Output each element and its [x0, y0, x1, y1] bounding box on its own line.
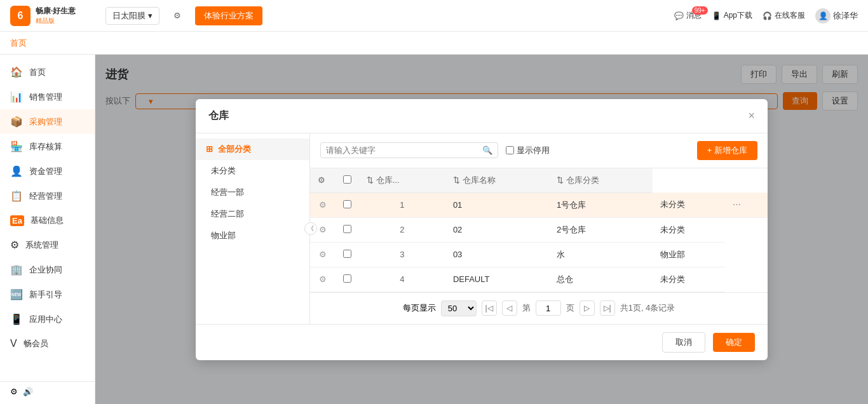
sidebar-item-app[interactable]: 📱 应用中心: [0, 307, 95, 332]
page-total-info: 共1页, 4条记录: [620, 302, 675, 314]
all-category-label: 全部分类: [218, 144, 251, 155]
main-layout: 🏠 首页 📊 销售管理 📦 采购管理 🏪 库存核算 👤 资金管理 📋 经营管理 …: [0, 55, 868, 404]
table-row[interactable]: ⚙ 1 01 1号仓库 未分类 ···: [310, 192, 768, 217]
row-category: 未分类: [653, 267, 724, 292]
collapse-button[interactable]: 《: [304, 222, 317, 235]
last-page-btn[interactable]: ▷|: [600, 300, 615, 316]
grid-icon: ⊞: [206, 144, 213, 154]
next-page-btn[interactable]: ▷: [580, 300, 595, 316]
sidebar-item-system[interactable]: ⚙ 系统管理: [0, 232, 95, 257]
row-num: 4: [359, 267, 445, 292]
dialog-close-button[interactable]: ×: [748, 109, 755, 123]
sort-icon-name: ⇅: [453, 175, 460, 185]
inventory-icon: 🏪: [10, 140, 23, 152]
pagination: 每页显示 50 100 |◁ ◁ 第 页 ▷ ▷|: [310, 292, 768, 324]
service-label: 在线客服: [775, 10, 805, 21]
per-page-label: 每页显示: [403, 302, 436, 314]
service-item[interactable]: 🎧 在线客服: [763, 10, 805, 21]
col-gear: ⚙: [310, 168, 336, 193]
vip-icon: V: [10, 338, 17, 349]
warehouse-table-wrapper: ⚙ ⇅ 仓库...: [310, 168, 768, 292]
finance-icon: 👤: [10, 165, 23, 177]
row-category: 未分类: [653, 217, 724, 242]
sidebar-item-operations[interactable]: 📋 经营管理: [0, 184, 95, 208]
home-icon: 🏠: [10, 66, 23, 78]
all-category-header[interactable]: ⊞ 全部分类: [196, 138, 309, 160]
page-label: 第: [522, 302, 531, 314]
sort-icon: ⇅: [367, 175, 374, 185]
col-name: ⇅ 仓库名称: [445, 168, 549, 193]
warehouse-list-panel: 🔍 显示停用 + 新增仓库: [310, 133, 768, 324]
warehouse-dialog: 仓库 × ⊞ 全部分类 《 未分类: [196, 99, 768, 360]
settings-icon-btn[interactable]: ⚙: [167, 6, 187, 26]
row-num: 3: [359, 242, 445, 267]
dialog-overlay: 仓库 × ⊞ 全部分类 《 未分类: [95, 55, 868, 404]
first-page-btn[interactable]: |◁: [482, 300, 497, 316]
category-item-property[interactable]: 物业部: [196, 225, 309, 246]
category-item-dept1[interactable]: 经营一部: [196, 182, 309, 203]
row-checkbox-cell: [336, 242, 359, 267]
sidebar-item-home[interactable]: 🏠 首页: [0, 60, 95, 84]
message-icon: 💬: [674, 11, 684, 20]
volume-icon[interactable]: 🔊: [23, 387, 33, 396]
sidebar-item-finance[interactable]: 👤 资金管理: [0, 159, 95, 184]
sidebar: 🏠 首页 📊 销售管理 📦 采购管理 🏪 库存核算 👤 资金管理 📋 经营管理 …: [0, 55, 95, 404]
user-item[interactable]: 👤 徐泽华: [815, 8, 858, 24]
phone-icon: 📱: [712, 11, 721, 20]
message-item[interactable]: 💬 消息 99+: [674, 10, 702, 21]
row-code: 03: [445, 242, 549, 267]
col-checkbox: [336, 168, 359, 193]
table-row[interactable]: ⚙ 2 02 2号仓库 未分类: [310, 217, 768, 242]
row-gear: ⚙: [310, 192, 336, 217]
row-code: 02: [445, 217, 549, 242]
show-disabled-label[interactable]: 显示停用: [506, 145, 550, 156]
select-all-checkbox[interactable]: [343, 175, 351, 184]
prev-page-btn[interactable]: ◁: [502, 300, 517, 316]
logo-icon: 6: [10, 6, 31, 26]
dialog-header: 仓库 ×: [196, 99, 768, 133]
row-name: 总仓: [549, 267, 653, 292]
sidebar-item-inventory[interactable]: 🏪 库存核算: [0, 134, 95, 159]
cancel-button[interactable]: 取消: [662, 332, 705, 353]
search-input[interactable]: [326, 145, 482, 155]
settings-icon[interactable]: ⚙: [10, 387, 18, 396]
system-icon: ⚙: [10, 239, 19, 251]
confirm-button[interactable]: 确定: [713, 333, 755, 352]
store-selector[interactable]: 日太阳膜 ▾: [105, 7, 159, 25]
show-disabled-checkbox[interactable]: [506, 146, 514, 154]
message-badge: 99+: [692, 6, 708, 15]
purchase-icon: 📦: [10, 116, 23, 128]
add-warehouse-button[interactable]: + 新增仓库: [697, 141, 757, 160]
category-item-uncategorized[interactable]: 未分类: [196, 160, 309, 182]
search-icon: 🔍: [482, 145, 492, 155]
chevron-down-icon: ▾: [148, 11, 153, 20]
sidebar-item-basic-info[interactable]: Ea 基础信息: [0, 208, 95, 232]
row-checkbox[interactable]: [343, 274, 351, 283]
per-page-select[interactable]: 50 100: [441, 300, 477, 316]
row-checkbox-cell: [336, 192, 359, 217]
operations-icon: 📋: [10, 190, 23, 202]
row-num: 2: [359, 217, 445, 242]
sidebar-item-vip[interactable]: V 畅会员: [0, 332, 95, 356]
user-name: 徐泽华: [833, 10, 858, 22]
row-name: 水: [549, 242, 653, 267]
category-item-dept2[interactable]: 经营二部: [196, 203, 309, 225]
table-row[interactable]: ⚙ 4 DEFAULT 总仓 未分类: [310, 267, 768, 292]
row-name: 2号仓库: [549, 217, 653, 242]
row-num: 1: [359, 192, 445, 217]
row-checkbox[interactable]: [343, 250, 351, 258]
app-label: App下载: [724, 10, 752, 21]
sidebar-item-sales[interactable]: 📊 销售管理: [0, 84, 95, 109]
sidebar-item-enterprise[interactable]: 🏢 企业协同: [0, 257, 95, 282]
breadcrumb-home[interactable]: 首页: [10, 38, 27, 48]
sidebar-item-guide[interactable]: 🆕 新手引导: [0, 282, 95, 307]
page-number-input[interactable]: [536, 300, 561, 316]
app-download-item[interactable]: 📱 App下载: [712, 10, 752, 21]
trial-button[interactable]: 体验行业方案: [195, 6, 262, 25]
enterprise-icon: 🏢: [10, 264, 23, 276]
table-row[interactable]: ⚙ 3 03 水 物业部: [310, 242, 768, 267]
sidebar-item-purchase[interactable]: 📦 采购管理: [0, 109, 95, 134]
row-checkbox-cell: [336, 267, 359, 292]
row-checkbox[interactable]: [343, 200, 351, 208]
row-checkbox[interactable]: [343, 225, 351, 233]
